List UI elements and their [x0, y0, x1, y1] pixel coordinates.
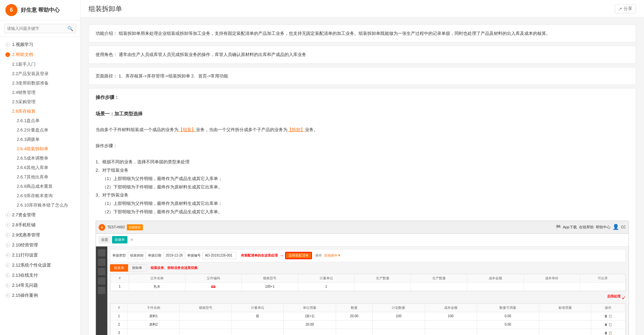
inner-th-c-cost: 成本金额: [425, 304, 477, 312]
intro-label: 功能介绍：: [96, 31, 117, 36]
inner-date-label: 单据日期: [148, 253, 161, 259]
inner-parent-table-area: # 父件名称 父件编码 规格型号 计量单位 生产数量 生产数量 成本金额 成本单: [110, 274, 626, 291]
step2-1-text: （1）上部明细为父件明细，最终作为产成品生成其它入库单；: [96, 175, 629, 183]
ops-label: 操作步骤：: [96, 93, 629, 102]
sidebar-subitem-stock-query[interactable]: 2.6.9库存账本查询: [0, 191, 80, 201]
inner-th-c-code: 规格型号: [179, 304, 231, 312]
inner-nav-icon-1: [98, 249, 105, 257]
inner-th-c-avail-qty: 数量可用量: [477, 304, 539, 312]
sidebar-item-docs-label: 2.帮助文档: [12, 52, 33, 58]
inner-company-tag: 创建账套: [127, 224, 143, 230]
sidebar-item-faq[interactable]: + 2.14常见问题: [0, 280, 80, 290]
inner-type-switch-row: 组装单 拆卸单 组装业务、拆卸业务在这里切换: [110, 264, 626, 272]
inner-company: TEST-H002: [107, 224, 125, 230]
sidebar-subitem-newbie[interactable]: 2.1新手入门: [0, 60, 80, 69]
inner-username: CC: [621, 224, 626, 230]
annotation1-arrow: →: [279, 252, 284, 260]
search-icon[interactable]: 🔍: [67, 26, 73, 31]
sidebar-item-online-pay[interactable]: + 2.13在线支付: [0, 270, 80, 280]
sidebar-subitem-prepare[interactable]: 2.3使用前数据准备: [0, 78, 80, 88]
sidebar-subitem-other-out[interactable]: 2.6.7其他出库单: [0, 172, 80, 182]
sidebar-item-print[interactable]: + 2.11打印设置: [0, 250, 80, 260]
sidebar-item-ops[interactable]: + 2.10经营管理: [0, 240, 80, 250]
inner-child-table-area: # 子件名称 规格型号 计量单位 单位用量 数量 计划数量 成本金额 数量可用量: [110, 303, 626, 335]
inner-td-spec: 100+1: [241, 283, 298, 291]
inner-td-1: 1: [111, 283, 129, 291]
expand-icon-online-pay: +: [5, 273, 10, 278]
expand-icon-video: +: [5, 42, 10, 47]
highlighted-code: [211, 286, 215, 288]
top-bar: 组装拆卸单 ↗ 分享: [80, 0, 644, 18]
step1-text: 1、根据不同的业务，选择不同单据的类型来处理: [96, 158, 629, 166]
main-area: 组装拆卸单 ↗ 分享 功能介绍： 组装拆卸单用来处理企业组装或拆卸等加工业务，支…: [80, 0, 644, 335]
sidebar-subitem-stock-count[interactable]: 2.6.1盘点单: [0, 116, 80, 125]
sidebar-item-cases[interactable]: + 2.15操作案例: [0, 290, 80, 300]
inner-ui-body: 单据类型 组装拆卸 单据日期 2019-12-26 单据编号 AD-201912…: [96, 246, 629, 335]
expand-icon-fund: +: [5, 213, 10, 217]
inner-th-c-op: 操作: [591, 304, 625, 312]
sidebar-item-fund[interactable]: + 2.7资金管理: [0, 210, 80, 220]
sidebar-item-video[interactable]: + 1.视频学习: [0, 40, 80, 50]
inner-td-price: [524, 283, 580, 291]
inner-th-spec: 规格型号: [241, 274, 298, 283]
sidebar-item-video-label: 1.视频学习: [12, 42, 33, 48]
inner-tab-home[interactable]: 自贡: [99, 236, 111, 243]
sidebar-item-mobile[interactable]: + 2.8手机旺铺: [0, 220, 80, 230]
inner-doctype-label: 单据类型: [112, 253, 126, 259]
inner-disassemble-tab[interactable]: 拆卸单: [128, 264, 147, 272]
inner-td-code: [185, 283, 241, 291]
inner-assemble-tab[interactable]: 组装单: [110, 264, 128, 272]
sidebar-subitem-adjust[interactable]: 2.6.3调拨单: [0, 135, 80, 144]
role-label: 使用角色：: [96, 52, 117, 57]
share-icon: ↗: [619, 6, 622, 11]
sidebar-subitem-split-count[interactable]: 2.6.2分量盘点单: [0, 125, 80, 135]
inner-th-available: 可出库: [580, 274, 625, 283]
inner-doctype-val: 组装拆卸: [128, 252, 146, 259]
sidebar-item-custom[interactable]: + 2.12系统个性化设置: [0, 260, 80, 270]
share-button[interactable]: ↗ 分享: [615, 4, 636, 13]
table-row: 3🗑 📋: [111, 329, 626, 335]
path-block: 页面路径： 1、库存核算->库存管理->组装拆卸单 2、首页->常用功能: [89, 67, 636, 85]
logo-area: 6 好生意 帮助中心: [0, 0, 80, 20]
sidebar-subitem-assemble[interactable]: 2.6.4组装拆卸单: [0, 144, 80, 154]
role-text: 通常由生产人员或库管人员完成拆装业务的操作，库管人员确认原材料的出库和产成品的入…: [119, 52, 306, 57]
inner-icon-person: 帮助中心: [596, 224, 610, 231]
sidebar-item-docs[interactable]: - 2.帮助文档: [0, 50, 80, 60]
inner-nav-icon-4: [98, 277, 105, 285]
sidebar-subitem-purchase[interactable]: 2.5采购管理: [0, 97, 80, 107]
sidebar-subitem-inventory[interactable]: 2.6库存核算: [0, 107, 80, 116]
inner-logo: 6: [99, 224, 105, 231]
inner-form-row1: 单据类型 组装拆卸 单据日期 2019-12-26 单据编号 AD-201912…: [110, 249, 626, 262]
inner-select-bom-button[interactable]: 选择装配清单: [285, 252, 312, 259]
inner-th-c-planned: 计划数量: [373, 304, 425, 312]
inner-nav-icon-2: [98, 259, 105, 266]
inner-tab-close-icon[interactable]: ×: [130, 235, 133, 245]
sidebar-subitem-install[interactable]: 2.2产品安装及登录: [0, 69, 80, 78]
inner-billno-label: 单据编号: [187, 253, 201, 259]
nav-tree: + 1.视频学习 - 2.帮助文档 2.1新手入门 2.2产品安装及登录 2.3…: [0, 37, 80, 335]
search-box[interactable]: 🔍: [4, 24, 76, 33]
intro-text: 组装拆卸单用来处理企业组装或拆卸等加工业务，支持有固定装配清单的产品加工业务，也…: [119, 31, 550, 36]
expand-icon-coupon: +: [5, 233, 10, 237]
sidebar: 6 好生意 帮助中心 🔍 + 1.视频学习 - 2.帮助文档 2.1新手入门 2…: [0, 0, 80, 335]
inner-th-cost-price: 成本单价: [524, 274, 580, 283]
expand-icon-mobile: +: [5, 223, 10, 227]
inner-icon-nav: [96, 246, 107, 335]
sidebar-subitem-goods-cost[interactable]: 2.6.8商品成本重算: [0, 182, 80, 191]
inner-th-c-usage: 单位用量: [284, 304, 336, 312]
step3-2-text: （2）下部明细为子件明细，最终作为产成品生成其它入库单。: [96, 208, 629, 216]
inner-tab-new[interactable]: 新建单: [112, 236, 127, 243]
path-text: 1、库存核算->库存管理->组装拆卸单 2、首页->常用功能: [119, 73, 228, 78]
sidebar-item-coupon[interactable]: + 2.9优惠券管理: [0, 230, 80, 240]
page-title: 组装拆卸单: [89, 4, 122, 13]
ops-steps-label: 操作步骤：: [96, 142, 629, 150]
sidebar-subitem-cost-adjust[interactable]: 2.6.5成本调整单: [0, 154, 80, 163]
screenshot-box: 6 TEST-H002 创建账套 🏁 App下载 在线帮助 帮助中心 👤 CC …: [96, 221, 629, 335]
sidebar-subitem-sales[interactable]: 2.4销售管理: [0, 88, 80, 97]
app-logo-icon: 6: [5, 4, 17, 16]
step3-text: 3、对于拆装业务: [96, 191, 629, 200]
sidebar-subitem-other-in[interactable]: 2.6.6其他入库单: [0, 163, 80, 172]
scene1-desc: 当由多个子件材料组装成一个成品的业务为【组装】业务，当由一个父件拆分成多个子产品…: [96, 126, 629, 134]
search-input[interactable]: [7, 26, 67, 31]
sidebar-subitem-wrong-account[interactable]: 2.6.10库存账本错了怎么办: [0, 201, 80, 210]
